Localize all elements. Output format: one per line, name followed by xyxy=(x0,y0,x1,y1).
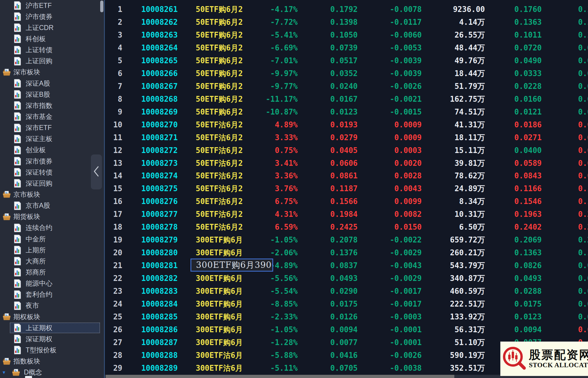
sidebar-item-24[interactable]: 郑商所 xyxy=(0,267,104,278)
sidebar-item-21[interactable]: 中金所 xyxy=(0,233,104,245)
sidebar-item-1[interactable]: 沪市债券 xyxy=(0,11,104,22)
table-row[interactable]: 2610008286300ETF购6月-1.05%0.0094-0.000156… xyxy=(106,323,588,336)
table-row[interactable]: 161000827650ETF沽6月26.75%0.15660.00998.34… xyxy=(106,195,588,208)
sidebar-item-11[interactable]: 深市ETF xyxy=(0,122,104,133)
cell-price2: 0.1760 xyxy=(502,3,542,16)
sidebar-item-22[interactable]: 上期所 xyxy=(0,245,104,256)
table-row[interactable]: 41000826450ETF购6月2-6.69%0.0739-0.005348.… xyxy=(106,41,588,54)
expand-arrow-icon[interactable]: ▼ xyxy=(2,370,9,375)
table-row[interactable]: 1910008279300ETF购6月-1.05%0.2078-0.002265… xyxy=(106,233,588,246)
table-row[interactable]: 2210008282300ETF购6月-5.56%0.0493-0.002934… xyxy=(106,272,588,285)
cell-price2: 0.2402 xyxy=(502,221,542,233)
cell-name: 300ETF购6月 xyxy=(196,272,264,285)
sidebar-item-15[interactable]: 深证转债 xyxy=(0,167,104,178)
cell-change-pct: -5.56% xyxy=(259,272,298,285)
cell-price2: 0.0094 xyxy=(502,323,542,336)
table-row[interactable]: 2510008285300ETF购6月-2.33%0.0126-0.000313… xyxy=(106,310,588,323)
cell-row-index: 21 xyxy=(106,259,122,272)
sidebar-item-label: 创业板 xyxy=(26,145,46,154)
cell-row-index: 7 xyxy=(106,80,122,93)
cell-row-index: 19 xyxy=(106,233,122,246)
table-row[interactable]: 2410008284300ETF购6月-8.85%0.0175-0.001722… xyxy=(106,298,588,310)
cell-code: 10008264 xyxy=(137,41,182,54)
table-row[interactable]: 141000827450ETF沽6月23.36%0.08610.002878.6… xyxy=(106,169,588,182)
cell-clipped-col: 0.2 xyxy=(578,233,588,246)
cell-volume: 6.50万 xyxy=(428,221,485,233)
sidebar-item-folder-32[interactable]: 指数板块 xyxy=(0,356,104,367)
horizontal-scrollbar-thumb[interactable] xyxy=(106,375,454,378)
sidebar-item-29[interactable]: 上证期权 xyxy=(0,322,104,333)
cell-change: -0.0026 xyxy=(382,80,422,93)
table-row[interactable]: 151000827550ETF沽6月23.76%0.11870.004324.8… xyxy=(106,182,588,195)
sidebar-item-folder-17[interactable]: 京市板块 xyxy=(0,189,104,200)
table-row[interactable]: 181000827850ETF沽6月26.59%0.24250.01506.50… xyxy=(106,221,588,233)
table-row[interactable]: 21000826250ETF购6月2-7.72%0.1398-0.01174.1… xyxy=(106,16,588,29)
cell-code: 10008289 xyxy=(137,362,182,375)
sidebar-item-30[interactable]: 深证期权 xyxy=(0,333,104,344)
sidebar-item-label: 郑商所 xyxy=(26,268,46,277)
table-row[interactable]: 111000827150ETF沽6月23.33%0.02790.000918.1… xyxy=(106,131,588,144)
cell-volume: 659.72万 xyxy=(428,233,485,246)
sidebar-item-4[interactable]: 上证转债 xyxy=(0,45,104,56)
sidebar-item-25[interactable]: 能源中心 xyxy=(0,278,104,289)
cell-change: -0.0017 xyxy=(382,298,422,310)
table-row[interactable]: 71000826750ETF购6月2-9.77%0.0240-0.002651.… xyxy=(106,80,588,93)
sidebar-collapse-handle[interactable] xyxy=(91,154,102,189)
table-row[interactable]: 101000827050ETF沽6月24.89%0.01930.000941.3… xyxy=(106,118,588,131)
sidebar-item-label: T型报价板 xyxy=(26,346,56,355)
sidebar-item-5[interactable]: 上证回购 xyxy=(0,56,104,67)
sidebar-item-18[interactable]: 京市A股 xyxy=(0,200,104,211)
table-row[interactable]: 121000827250ETF沽6月20.75%0.04050.000315.1… xyxy=(106,144,588,157)
table-row[interactable]: 61000826650ETF购6月2-9.97%0.0352-0.003918.… xyxy=(106,67,588,80)
cell-price: 0.0077 xyxy=(317,336,358,349)
cell-name: 300ETF购6月 xyxy=(196,310,264,323)
sidebar-item-9[interactable]: 深市指数 xyxy=(0,100,104,111)
table-row[interactable]: 171000827750ETF沽6月24.31%0.19840.008210.3… xyxy=(106,208,588,221)
sidebar-item-folder-6[interactable]: 深市板块 xyxy=(0,67,104,78)
cell-row-index: 15 xyxy=(106,182,122,195)
table-row[interactable]: 81000826850ETF购6月2-11.17%0.0167-0.002116… xyxy=(106,93,588,106)
sidebar-item-8[interactable]: 深证B股 xyxy=(0,89,104,100)
table-row[interactable]: 2310008283300ETF购6月-5.54%0.0290-0.001746… xyxy=(106,285,588,298)
table-row[interactable]: 2010008280300ETF购6月-2.06%0.1376-0.002926… xyxy=(106,246,588,259)
sidebar-item-23[interactable]: 大商所 xyxy=(0,256,104,267)
sidebar-item-10[interactable]: 深市基金 xyxy=(0,111,104,122)
sidebar-item-13[interactable]: 创业板 xyxy=(0,145,104,156)
cell-code: 10008263 xyxy=(137,29,182,41)
sidebar-item-0[interactable]: 沪市ETF xyxy=(0,0,104,11)
cell-code: 10008265 xyxy=(137,54,182,67)
cell-row-index: 16 xyxy=(106,195,122,208)
sidebar-item-7[interactable]: 深证A股 xyxy=(0,78,104,89)
table-row[interactable]: 51000826550ETF购6月2-7.01%0.0517-0.003949.… xyxy=(106,54,588,67)
cell-price: 0.1050 xyxy=(317,29,358,41)
sidebar-item-folder-33[interactable]: ▼D概念 xyxy=(0,367,104,378)
table-row[interactable]: 11000826150ETF购6月2-4.17%0.1792-0.0078923… xyxy=(106,3,588,16)
cell-price: 0.0352 xyxy=(317,67,358,80)
folder-chart-icon xyxy=(2,190,11,199)
document-chart-icon xyxy=(13,1,22,10)
sidebar-item-26[interactable]: 套利合约 xyxy=(0,289,104,300)
sidebar-scrollbar-thumb[interactable] xyxy=(100,1,103,12)
sidebar-item-20[interactable]: 连续合约 xyxy=(0,222,104,233)
sidebar-item-27[interactable]: 夜市 xyxy=(0,300,104,311)
table-row[interactable]: 31000826350ETF购6月2-5.41%0.1050-0.006026.… xyxy=(106,29,588,41)
table-row[interactable]: 2110008281300ETF购6月-4.89%0.0837-0.004354… xyxy=(106,259,588,272)
cell-volume: 352.51万 xyxy=(428,362,485,375)
sidebar-item-label: 指数板块 xyxy=(13,357,40,366)
sidebar-item-14[interactable]: 深市债券 xyxy=(0,156,104,167)
sidebar-item-3[interactable]: 科创板 xyxy=(0,33,104,44)
cell-name: 50ETF沽6月2 xyxy=(196,182,264,195)
cell-name: 300ETF沽6月 xyxy=(196,349,264,362)
sidebar-item-folder-28[interactable]: 期权板块 xyxy=(0,311,104,322)
folder-chart-icon xyxy=(12,368,20,377)
sidebar-item-folder-19[interactable]: 期货板块 xyxy=(0,211,104,222)
cell-price: 0.1566 xyxy=(317,195,358,208)
sidebar-item-12[interactable]: 深证主板 xyxy=(0,133,104,145)
cell-row-index: 25 xyxy=(106,310,122,323)
sidebar-item-2[interactable]: 上证CDR xyxy=(0,22,104,33)
sidebar-item-31[interactable]: T型报价板 xyxy=(0,344,104,356)
table-row[interactable]: 91000826950ETF购6月2-10.87%0.0123-0.001574… xyxy=(106,106,588,118)
table-row[interactable]: 131000827350ETF沽6月23.41%0.06060.002039.8… xyxy=(106,157,588,170)
document-chart-icon xyxy=(13,124,22,132)
sidebar-item-16[interactable]: 深证回购 xyxy=(0,178,104,189)
